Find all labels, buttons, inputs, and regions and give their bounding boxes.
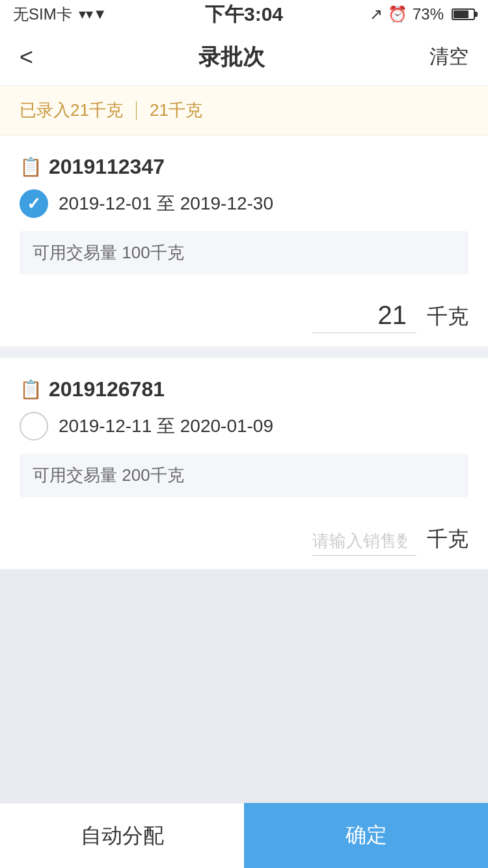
- batch-date-2: 2019-12-11 至 2020-01-09: [59, 414, 273, 439]
- carrier-label: 无SIM卡: [13, 4, 72, 25]
- batch-date-1: 2019-12-01 至 2019-12-30: [59, 191, 273, 216]
- page-title: 录批次: [198, 42, 265, 72]
- batch-date-row-2[interactable]: 2019-12-11 至 2020-01-09: [20, 412, 468, 441]
- status-right: ↗ ⏰ 73%: [370, 5, 475, 23]
- batch-card-1: 📋 2019112347 2019-12-01 至 2019-12-30 可用交…: [0, 135, 488, 346]
- batch-doc-icon-2: 📋: [20, 379, 42, 400]
- bottom-bar: 自动分配 确定: [0, 803, 488, 868]
- batch-date-row-1[interactable]: 2019-12-01 至 2019-12-30: [20, 189, 468, 218]
- alarm-icon: ⏰: [388, 5, 407, 23]
- clear-button[interactable]: 清空: [429, 44, 468, 70]
- batch-header-2: 📋 2019126781: [20, 377, 468, 401]
- section-divider: [0, 347, 488, 358]
- qty-input-2[interactable]: [312, 523, 416, 552]
- qty-underline-1: [312, 301, 416, 333]
- battery-icon: [452, 8, 475, 20]
- confirm-button[interactable]: 确定: [244, 803, 488, 868]
- batch-id-1: 2019112347: [49, 155, 165, 179]
- info-banner: 已录入21千克 21千克: [0, 86, 488, 135]
- amount-label: 21千克: [150, 99, 202, 122]
- batch-item-1: 📋 2019112347 2019-12-01 至 2019-12-30 可用交…: [0, 135, 488, 275]
- location-icon: ↗: [370, 5, 383, 23]
- qty-input-1[interactable]: [312, 301, 416, 330]
- qty-underline-2: [312, 523, 416, 556]
- qty-row-2: 千克: [0, 510, 488, 569]
- content-area: 📋 2019112347 2019-12-01 至 2019-12-30 可用交…: [0, 135, 488, 868]
- batch-item-2: 📋 2019126781 2019-12-11 至 2020-01-09 可用交…: [0, 358, 488, 497]
- info-divider: [136, 102, 137, 120]
- qty-unit-2: 千克: [427, 525, 468, 554]
- qty-row-1: 千克: [0, 288, 488, 346]
- radio-2[interactable]: [20, 412, 48, 441]
- recorded-label: 已录入21千克: [20, 99, 123, 122]
- auto-distribute-button[interactable]: 自动分配: [0, 803, 244, 868]
- status-left: 无SIM卡 ▾▾▼: [13, 4, 107, 25]
- status-time: 下午3:04: [205, 1, 283, 28]
- batch-header-1: 📋 2019112347: [20, 155, 468, 179]
- back-button[interactable]: <: [20, 44, 33, 71]
- wifi-icon: ▾▾▼: [79, 6, 107, 23]
- batch-id-2: 2019126781: [49, 377, 165, 401]
- batch-doc-icon-1: 📋: [20, 156, 42, 178]
- status-bar: 无SIM卡 ▾▾▼ 下午3:04 ↗ ⏰ 73%: [0, 0, 488, 29]
- empty-area: [0, 570, 488, 843]
- qty-unit-1: 千克: [427, 303, 468, 331]
- batch-card-2: 📋 2019126781 2019-12-11 至 2020-01-09 可用交…: [0, 358, 488, 569]
- available-qty-2: 可用交易量 200千克: [20, 454, 468, 497]
- radio-1[interactable]: [20, 189, 48, 218]
- available-qty-1: 可用交易量 100千克: [20, 231, 468, 275]
- nav-bar: < 录批次 清空: [0, 29, 488, 86]
- battery-label: 73%: [413, 5, 444, 23]
